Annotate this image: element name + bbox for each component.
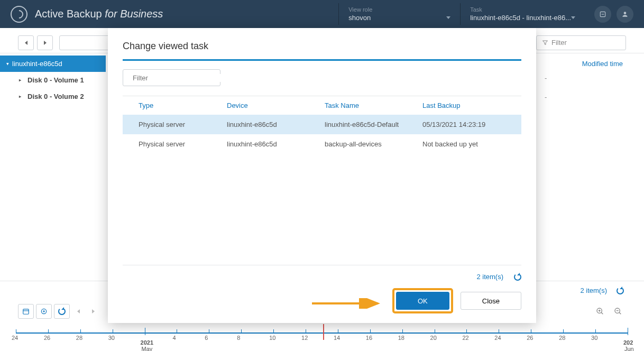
col-task[interactable]: Task Name — [318, 101, 416, 109]
timeline-prev-button[interactable] — [72, 304, 85, 319]
task-selector[interactable]: Task linuxhint-e86c5d - linuxhint-e86... — [460, 3, 585, 25]
view-role-selector[interactable]: View role shovon — [338, 3, 460, 25]
col-backup[interactable]: Last Backup — [416, 101, 514, 109]
task-table: Type Device Task Name Last Backup Physic… — [123, 96, 521, 154]
modal-title: Change viewed task — [123, 41, 521, 52]
table-row[interactable]: Physical server linuxhint-e86c5d backup-… — [123, 134, 521, 154]
change-task-modal: Change viewed task Type Device Task Name… — [108, 28, 536, 323]
svg-line-8 — [601, 312, 603, 314]
svg-point-6 — [43, 311, 44, 312]
target-button[interactable] — [36, 304, 52, 319]
app-header: Active Backup for Business View role sho… — [0, 0, 644, 28]
user-button[interactable] — [617, 6, 633, 23]
item-count: 2 item(s) — [580, 287, 607, 294]
sidebar-item-disk0-vol1[interactable]: ▸Disk 0 - Volume 1 — [0, 72, 106, 88]
zoom-in-button[interactable] — [592, 304, 608, 319]
col-device[interactable]: Device — [220, 101, 318, 109]
sidebar-item-disk0-vol2[interactable]: ▸Disk 0 - Volume 2 — [0, 88, 106, 105]
notifications-button[interactable] — [594, 6, 611, 23]
forward-button[interactable] — [37, 35, 53, 50]
close-button[interactable]: Close — [461, 292, 521, 310]
filter-button[interactable]: Filter — [536, 35, 626, 50]
chevron-down-icon — [571, 16, 575, 19]
table-row[interactable]: Physical server linuxhint-e86c5d linuxhi… — [123, 115, 521, 134]
col-type[interactable]: Type — [123, 101, 220, 109]
zoom-out-button[interactable] — [610, 304, 626, 319]
filter-icon — [542, 40, 548, 46]
timeline-refresh-button[interactable] — [54, 304, 70, 319]
sidebar-root[interactable]: ▸ linuxhint-e86c5d — [0, 56, 106, 72]
refresh-icon[interactable] — [514, 273, 521, 281]
modal-footer: 2 item(s) — [123, 265, 521, 281]
modal-item-count: 2 item(s) — [476, 273, 503, 281]
calendar-button[interactable] — [18, 304, 34, 319]
ok-highlight: OK — [392, 288, 453, 313]
back-button[interactable] — [18, 35, 34, 50]
svg-point-2 — [624, 12, 627, 14]
now-marker — [323, 324, 324, 340]
app-title: Active Backup for Business — [35, 8, 163, 20]
app-logo-icon — [11, 6, 27, 23]
timeline[interactable]: 242628302021May4681012141618202224262830… — [16, 323, 628, 349]
table-header: Type Device Task Name Last Backup — [123, 96, 521, 115]
svg-line-12 — [619, 312, 621, 314]
sidebar: ▸ linuxhint-e86c5d ▸Disk 0 - Volume 1 ▸D… — [0, 53, 106, 281]
modal-filter-input[interactable] — [123, 69, 220, 86]
svg-rect-3 — [23, 309, 29, 314]
refresh-icon[interactable] — [617, 287, 624, 294]
ok-button[interactable]: OK — [396, 292, 449, 310]
svg-point-5 — [41, 309, 46, 313]
timeline-next-button[interactable] — [87, 304, 99, 319]
chevron-down-icon — [446, 16, 450, 19]
